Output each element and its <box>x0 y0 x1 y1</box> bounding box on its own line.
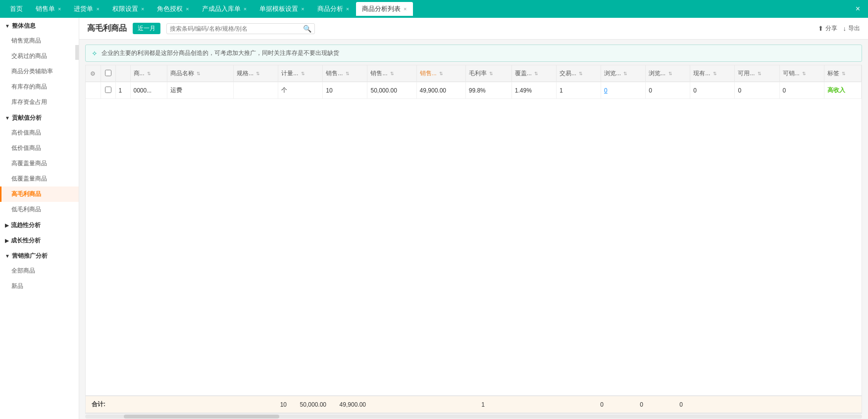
content-header: 高毛利商品 近一月 🔍 ⬆ 分享 ↓ 导出 <box>79 18 868 40</box>
page-title: 高毛利商品 <box>87 23 127 34</box>
search-input[interactable] <box>170 25 303 32</box>
tab-products-entry[interactable]: 产成品入库单 × <box>196 2 253 16</box>
row-stock-now: 0 <box>690 82 735 99</box>
row-sku-code: 0000... <box>130 82 167 99</box>
data-table-wrapper: ⚙ 商... ⇅ 商品名称 ⇅ <box>85 65 862 396</box>
sort-icon-browse2: ⇅ <box>668 71 672 76</box>
main-layout: 《 ▼ 整体信息 销售览商品 交易过的商品 商品分类辅助率 有库存的商品 库存资… <box>0 18 868 419</box>
column-stock-now[interactable]: 现有... ⇅ <box>690 65 735 82</box>
sidebar-item-high-freq[interactable]: 高覆盖量商品 <box>0 156 79 171</box>
info-banner: ✧ 企业的主要的利润都是这部分商品创造的，可考虑加大推广，同时关注库存是不要出现… <box>85 45 862 62</box>
column-trade-count[interactable]: 交易... ⇅ <box>556 65 601 82</box>
tab-permissions[interactable]: 权限设置 × <box>106 2 150 16</box>
sidebar-group-trend[interactable]: ▶ 流趋性分析 <box>0 217 79 233</box>
tab-roles[interactable]: 角色授权 × <box>151 2 195 16</box>
column-checkbox <box>101 65 115 82</box>
close-templates-tab[interactable]: × <box>301 6 304 12</box>
sort-icon-available: ⇅ <box>758 71 762 76</box>
column-spec[interactable]: 规格... ⇅ <box>234 65 278 82</box>
footer-cells: 10 50,000.00 49,900.00 1 0 0 0 <box>151 401 856 408</box>
column-product-name[interactable]: 商品名称 ⇅ <box>167 65 233 82</box>
scrollbar-thumb[interactable] <box>124 415 279 419</box>
footer-spacer5 <box>527 401 567 408</box>
column-browse1[interactable]: 浏览... ⇅ <box>601 65 646 82</box>
column-available[interactable]: 可用... ⇅ <box>735 65 779 82</box>
sidebar-group-overall[interactable]: ▼ 整体信息 <box>0 18 79 33</box>
column-sales-cost[interactable]: 销售... ⇅ <box>416 65 465 82</box>
column-coverage[interactable]: 覆盖... ⇅ <box>511 65 556 82</box>
sidebar-group-asset-analysis[interactable]: ▼ 贡献值分析 <box>0 110 79 125</box>
row-sales-cost: 49,900.00 <box>416 82 465 99</box>
sidebar-item-traded-products[interactable]: 交易过的商品 <box>0 48 79 64</box>
sidebar-item-high-value[interactable]: 高价值商品 <box>0 125 79 140</box>
sort-icon-tag: ⇅ <box>842 71 846 76</box>
sidebar-item-sales-products[interactable]: 销售览商品 <box>0 33 79 48</box>
row-saleable: 0 <box>779 82 824 99</box>
sidebar-item-low-margin[interactable]: 低毛利商品 <box>0 202 79 217</box>
row-unit: 个 <box>278 82 323 99</box>
close-analysis-list-tab[interactable]: × <box>404 6 407 12</box>
sidebar-item-new-products[interactable]: 新品 <box>0 279 79 294</box>
footer-sales-amount: 50,000.00 <box>290 401 329 408</box>
column-saleable[interactable]: 可销... ⇅ <box>779 65 824 82</box>
sidebar-item-inventory-capital[interactable]: 库存资金占用 <box>0 94 79 110</box>
column-sales-qty[interactable]: 销售... ⇅ <box>323 65 367 82</box>
data-table: ⚙ 商... ⇅ 商品名称 ⇅ <box>86 65 862 99</box>
tab-analysis[interactable]: 商品分析 × <box>311 2 355 16</box>
row-checkbox[interactable] <box>105 87 111 93</box>
column-sku-code[interactable]: 商... ⇅ <box>130 65 167 82</box>
sidebar-item-all-products[interactable]: 全部商品 <box>0 263 79 279</box>
select-all-checkbox[interactable] <box>105 70 111 76</box>
row-gross-rate: 99.8% <box>465 82 511 99</box>
close-all-button[interactable]: × <box>852 4 864 13</box>
table-footer: 合计: 10 50,000.00 49,900.00 1 0 0 0 <box>85 396 862 413</box>
sort-icon-unit: ⇅ <box>301 71 305 76</box>
column-gross-rate[interactable]: 毛利率 ⇅ <box>465 65 511 82</box>
close-roles-tab[interactable]: × <box>186 6 189 12</box>
tab-analysis-list[interactable]: 商品分析列表 × <box>356 2 412 16</box>
tab-purchase[interactable]: 进货单 × <box>68 2 105 16</box>
sidebar-item-inventory-products[interactable]: 有库存的商品 <box>0 79 79 94</box>
scrollbar-track <box>85 415 862 419</box>
column-browse2[interactable]: 浏览... ⇅ <box>646 65 690 82</box>
row-browse1[interactable]: 0 <box>601 82 646 99</box>
search-icon[interactable]: 🔍 <box>303 25 311 33</box>
sidebar-item-analysis-assist[interactable]: 商品分类辅助率 <box>0 64 79 79</box>
column-sales-amount[interactable]: 销售... ⇅ <box>367 65 416 82</box>
sidebar-group-growth[interactable]: ▶ 成长性分析 <box>0 233 79 248</box>
chevron-right-icon: ▶ <box>5 223 9 228</box>
sidebar-item-low-value[interactable]: 低价值商品 <box>0 140 79 156</box>
column-settings[interactable]: ⚙ <box>86 65 101 82</box>
close-permissions-tab[interactable]: × <box>141 6 144 12</box>
sort-icon-coverage: ⇅ <box>534 71 538 76</box>
sidebar-group-marketing[interactable]: ▼ 营销推广分析 <box>0 248 79 263</box>
sidebar-item-high-margin[interactable]: 高毛利商品 <box>0 186 79 202</box>
sort-icon-browse1: ⇅ <box>623 71 627 76</box>
share-button[interactable]: ⬆ 分享 <box>818 24 837 33</box>
row-trade-count: 1 <box>556 82 601 99</box>
search-box: 🔍 <box>166 23 315 34</box>
footer-available: 0 <box>607 401 646 408</box>
export-button[interactable]: ↓ 导出 <box>843 24 861 33</box>
row-spec <box>234 82 278 99</box>
info-icon: ✧ <box>92 49 98 57</box>
close-sales-tab[interactable]: × <box>58 6 61 12</box>
sort-icon-qty: ⇅ <box>346 71 350 76</box>
close-analysis-tab[interactable]: × <box>346 6 349 12</box>
horizontal-scrollbar[interactable] <box>85 413 862 419</box>
column-tag[interactable]: 标签 ⇅ <box>824 65 861 82</box>
row-coverage: 1.49% <box>511 82 556 99</box>
sort-icon-trade: ⇅ <box>579 71 583 76</box>
tab-home[interactable]: 首页 <box>4 2 29 16</box>
close-products-entry-tab[interactable]: × <box>244 6 247 12</box>
footer-trade-count: 1 <box>448 401 488 408</box>
row-available: 0 <box>735 82 779 99</box>
tab-sales[interactable]: 销售单 × <box>30 2 67 16</box>
date-filter-button[interactable]: 近一月 <box>133 23 160 34</box>
close-purchase-tab[interactable]: × <box>96 6 99 12</box>
footer-spacer4 <box>488 401 527 408</box>
sidebar-collapse-button[interactable]: 《 <box>75 45 79 60</box>
column-unit[interactable]: 计量... ⇅ <box>278 65 323 82</box>
tab-templates[interactable]: 单据模板设置 × <box>254 2 310 16</box>
sidebar-item-low-freq[interactable]: 低覆盖量商品 <box>0 171 79 186</box>
